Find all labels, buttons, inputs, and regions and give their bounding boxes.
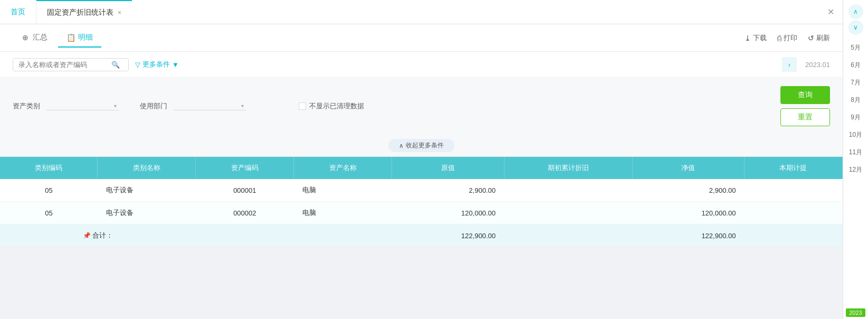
reset-button[interactable]: 重置: [780, 108, 830, 126]
cell-category-name: 电子设备: [98, 179, 196, 202]
filter-area: 资产类别 ▾ 使用部门 ▾ 不显示已清理数据 查询 重置: [0, 78, 843, 157]
active-tab-label: 固定资产折旧统计表: [47, 8, 113, 17]
print-icon: ⎙: [777, 34, 781, 42]
summary-label: 📌 合计：: [0, 224, 196, 247]
data-table: 类别编码 类别名称 资产编码 资产名称 原值 期初累计折旧 净值 本期计提 05…: [0, 157, 843, 247]
asset-category-field: 资产类别 ▾: [13, 101, 119, 111]
tab-home[interactable]: 首页: [0, 0, 36, 24]
table-row[interactable]: 05 电子设备 000001 电脑 2,900.00 2,900.00: [0, 179, 843, 202]
sidebar-month-item[interactable]: 5月: [847, 39, 864, 57]
collapse-button[interactable]: ∧ 收起更多条件: [388, 139, 454, 152]
sidebar-month-item[interactable]: 6月: [847, 57, 864, 74]
filter-row: 资产类别 ▾ 使用部门 ▾ 不显示已清理数据 查询 重置: [13, 86, 830, 126]
summary-row: 📌 合计： 122,900.00 122,900.00: [0, 224, 843, 247]
sidebar-month-item[interactable]: 8月: [847, 91, 864, 109]
tab-bar: 首页 固定资产折旧统计表 × ✕: [0, 0, 843, 24]
col-accumulated-depreciation: 期初累计折旧: [504, 157, 632, 179]
department-dropdown-icon: ▾: [241, 103, 244, 109]
expand-sidebar-button[interactable]: ›: [782, 57, 797, 72]
cell-accumulated-depreciation: [504, 202, 632, 224]
hide-cleared-field: 不显示已清理数据: [299, 101, 364, 111]
sidebar-month-item[interactable]: 9月: [847, 109, 864, 126]
refresh-icon: ↺: [808, 34, 814, 42]
cell-current-provision: [744, 179, 842, 202]
download-button[interactable]: ⤓ 下载: [745, 33, 767, 43]
cell-accumulated-depreciation: [504, 179, 632, 202]
sidebar-month-item[interactable]: 7月: [847, 74, 864, 91]
collapse-label: 收起更多条件: [406, 141, 444, 150]
summary-original-value: 122,900.00: [392, 224, 504, 247]
filter-icon: ▽: [135, 61, 140, 69]
cell-category-name: 电子设备: [98, 202, 196, 224]
detail-icon: 📋: [66, 33, 75, 42]
refresh-button[interactable]: ↺ 刷新: [808, 33, 830, 43]
filter-actions: 查询 重置: [780, 86, 830, 126]
table-header-row: 类别编码 类别名称 资产编码 资产名称 原值 期初累计折旧 净值 本期计提: [0, 157, 843, 179]
window-close-button[interactable]: ✕: [827, 7, 834, 17]
toolbar: ⊕ 汇总 📋 明细 ⤓ 下载 ⎙ 打印 ↺ 刷新: [0, 24, 843, 52]
tab-detail[interactable]: 📋 明细: [58, 29, 101, 48]
table-row[interactable]: 05 电子设备 000002 电脑 120,000.00 120,000.00: [0, 202, 843, 224]
cell-original-value: 120,000.00: [392, 202, 504, 224]
scroll-down-icon: ∨: [853, 24, 858, 31]
col-net-value: 净值: [632, 157, 744, 179]
scroll-up-button[interactable]: ∧: [848, 4, 863, 19]
search-bar: 🔍 ▽ 更多条件 ▼ › 2023.01: [0, 52, 843, 78]
download-label: 下载: [753, 33, 767, 43]
arrow-right-icon: ›: [788, 61, 790, 69]
col-category-name: 类别名称: [98, 157, 196, 179]
hide-cleared-label: 不显示已清理数据: [309, 101, 364, 111]
summary-icon: ⊕: [21, 33, 30, 42]
summary-current-provision: [744, 224, 842, 247]
tab-summary[interactable]: ⊕ 汇总: [13, 29, 56, 48]
collapse-bar: ∧ 收起更多条件: [13, 135, 830, 156]
sidebar-month-item[interactable]: 10月: [847, 126, 864, 144]
col-category-code: 类别编码: [0, 157, 98, 179]
cell-original-value: 2,900.00: [392, 179, 504, 202]
more-conditions-button[interactable]: ▽ 更多条件 ▼: [135, 60, 179, 69]
cell-asset-code: 000002: [196, 202, 294, 224]
summary-net-value: 122,900.00: [632, 224, 744, 247]
scroll-down-button[interactable]: ∨: [848, 20, 863, 35]
year-badge: 2023: [846, 308, 865, 317]
cell-asset-name: 电脑: [294, 202, 392, 224]
department-label: 使用部门: [140, 101, 169, 111]
toolbar-actions: ⤓ 下载 ⎙ 打印 ↺ 刷新: [745, 33, 830, 43]
tab-close-icon[interactable]: ×: [118, 9, 121, 16]
cell-net-value: 2,900.00: [632, 179, 744, 202]
table-container: 类别编码 类别名称 资产编码 资产名称 原值 期初累计折旧 净值 本期计提 05…: [0, 157, 843, 319]
tab-active[interactable]: 固定资产折旧统计表 ×: [36, 0, 132, 24]
refresh-label: 刷新: [816, 33, 830, 43]
search-input-wrapper: 🔍: [13, 58, 129, 71]
month-list: 5月6月7月8月9月10月11月12月: [847, 39, 864, 179]
more-conditions-arrow: ▼: [172, 61, 179, 69]
asset-category-select[interactable]: ▾: [46, 102, 119, 110]
cell-net-value: 120,000.00: [632, 202, 744, 224]
right-sidebar: ∧ ∨ 5月6月7月8月9月10月11月12月 2023: [843, 0, 868, 319]
cell-asset-name: 电脑: [294, 179, 392, 202]
cell-current-provision: [744, 202, 842, 224]
asset-category-label: 资产类别: [13, 101, 42, 111]
col-asset-code: 资产编码: [196, 157, 294, 179]
scroll-nav: ∧ ∨: [848, 4, 863, 35]
cell-category-code: 05: [0, 202, 98, 224]
collapse-icon: ∧: [399, 142, 404, 149]
print-button[interactable]: ⎙ 打印: [777, 33, 797, 43]
print-label: 打印: [784, 33, 797, 43]
department-field: 使用部门 ▾: [140, 101, 246, 111]
download-icon: ⤓: [745, 34, 751, 42]
department-select[interactable]: ▾: [174, 102, 246, 110]
cell-asset-code: 000001: [196, 179, 294, 202]
more-conditions-label: 更多条件: [142, 60, 170, 69]
summary-empty1: [196, 224, 294, 247]
sidebar-month-item[interactable]: 12月: [847, 161, 864, 179]
summary-empty2: [294, 224, 392, 247]
search-icon[interactable]: 🔍: [111, 61, 120, 69]
sidebar-month-item[interactable]: 11月: [847, 144, 864, 161]
search-input[interactable]: [18, 61, 108, 69]
query-button[interactable]: 查询: [780, 86, 830, 104]
date-label: 2023.01: [805, 61, 830, 69]
summary-accumulated-depreciation: [504, 224, 632, 247]
cell-category-code: 05: [0, 179, 98, 202]
hide-cleared-checkbox[interactable]: [299, 102, 306, 110]
